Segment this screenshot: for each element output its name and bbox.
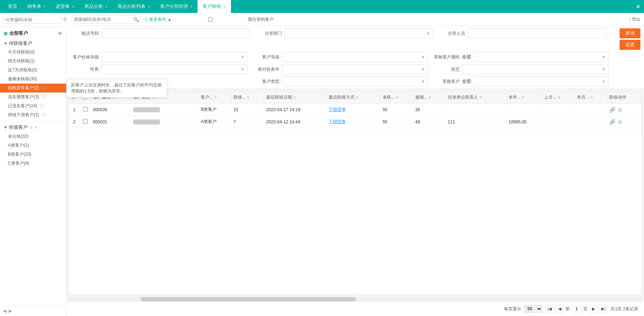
sort-this-year-icon[interactable]: ⇅ (522, 95, 525, 99)
row-unpaid: 50 (380, 104, 413, 116)
customer-type-select[interactable]: ▼ (282, 76, 428, 86)
horizontal-scrollbar[interactable] (69, 297, 642, 301)
page-input[interactable] (571, 305, 582, 312)
sidebar-search-input[interactable] (3, 16, 62, 24)
nav-customer-contact[interactable]: 客户联络 × (198, 0, 231, 13)
sidebar-right-arrow[interactable]: ▶ (9, 308, 12, 313)
row-last-method-link[interactable]: 下销货单 (329, 107, 346, 112)
scatter-attr-value: 全部 (462, 54, 471, 60)
sort-this-month-icon[interactable]: ⇅ (590, 95, 593, 99)
th-last-method: 最后联络方式 ⇅ (326, 91, 380, 104)
nav-customer-segmentation[interactable]: 客户分层经营 × (155, 0, 198, 13)
sort-last-method-icon[interactable]: ⇅ (356, 95, 358, 99)
nav-product-analysis[interactable]: 商品分析 × (79, 0, 112, 13)
window-close-button[interactable]: ✕ (636, 3, 640, 10)
status-label: 状态 (431, 66, 460, 72)
row-checkbox[interactable] (83, 107, 88, 112)
customer-level-select[interactable]: ▼ (282, 52, 428, 62)
per-page-select[interactable]: 50 100 200 (524, 305, 542, 313)
sidebar-repurchase-anomaly[interactable]: 回购异常客户(2) ⓘ (0, 84, 66, 93)
action-grid-icon[interactable]: ⊞ (618, 119, 622, 125)
close-sales-tab[interactable]: × (43, 4, 46, 9)
next-page-btn[interactable]: ▶ (589, 305, 598, 313)
settings-button[interactable]: 设置 (620, 40, 640, 50)
status-select[interactable]: ▼ (462, 64, 609, 74)
action-link-icon[interactable]: 🔗 (609, 107, 615, 113)
collapse-sidebar-btn[interactable]: ≫ (58, 31, 62, 36)
first-page-btn[interactable]: |◀ (545, 305, 554, 313)
scrollbar-thumb[interactable] (140, 297, 356, 301)
churned-info-icon[interactable]: ⓘ (40, 104, 44, 108)
nav-sales[interactable]: 销售单 × (22, 0, 51, 13)
sidebar-c-class[interactable]: C类客户(6) (0, 159, 66, 168)
sidebar-a-class[interactable]: A类客户(1) (0, 141, 66, 150)
sidebar-churn-warning[interactable]: 流失预警客户(3) ⓘ (0, 93, 66, 102)
declining-info-icon[interactable]: ⓘ (42, 113, 46, 117)
export-button[interactable]: ↑ 导出 (629, 16, 640, 23)
sidebar-left-arrow[interactable]: ◀ (3, 308, 6, 313)
scatter-attr-select[interactable]: ▼ (473, 52, 609, 62)
sidebar-today-pending[interactable]: 今天待联络(0) (0, 48, 66, 57)
th-past-contact: 往来单位联系人 ⇅ (445, 91, 506, 104)
churn-warning-info-icon[interactable]: ⓘ (42, 95, 46, 99)
sort-last-month-icon[interactable]: ⇅ (557, 95, 560, 99)
row-code: 000031 (91, 116, 131, 128)
sort-last-date-icon[interactable]: ⇅ (293, 95, 296, 99)
close-customer-contact-tab[interactable]: × (223, 4, 226, 9)
sort-past-contact-icon[interactable]: ⇅ (479, 95, 482, 99)
nav-purchase[interactable]: 进货单 × (51, 0, 79, 13)
sidebar-churned[interactable]: 已流失客户(24) ⓘ (0, 102, 66, 110)
action-link-icon[interactable]: 🔗 (609, 119, 615, 125)
value-refresh-icon[interactable]: ↻ (30, 125, 33, 130)
sidebar-tomorrow-pending[interactable]: 明天待联络(1) (0, 57, 66, 66)
search-input[interactable] (70, 15, 142, 24)
pending-group[interactable]: ▼ 待联络客户 (0, 38, 66, 48)
sort-overdue-icon[interactable]: ⇅ (428, 95, 431, 99)
close-product-analysis-tab[interactable]: × (105, 4, 107, 9)
sort-type-icon[interactable]: ⇅ (214, 95, 217, 99)
row-overdue: 48 (413, 116, 445, 128)
filter-search-icon[interactable]: 🔍 (133, 17, 139, 22)
row-last-method-link[interactable]: 下销货单 (329, 119, 346, 124)
row-checkbox[interactable] (83, 119, 88, 124)
total-record-label: 共1页 2条记录 (611, 306, 638, 312)
sidebar-week-pending[interactable]: 近7天待联络(0) (0, 66, 66, 75)
sidebar-b-class[interactable]: B类客户(33) (0, 150, 66, 159)
price-level-label: 客户价格等级 (70, 54, 99, 60)
th-unpaid: 未联... ⇅ (380, 91, 413, 104)
close-customer-segmentation-tab[interactable]: × (190, 4, 193, 9)
scatter-customer-select[interactable]: ▼ (473, 76, 609, 86)
dept-select[interactable]: ▼ (284, 28, 434, 38)
sidebar-bottom: ◀ ▶ (0, 305, 66, 316)
phone-input[interactable] (101, 28, 250, 38)
sidebar-overdue-pending[interactable]: 逾期未联络(30) (0, 75, 66, 84)
more-conditions-btn[interactable]: ▽ 更多条件 ▲ (145, 16, 172, 23)
sidebar-unclassified[interactable]: 未分组(32) (0, 132, 66, 141)
sidebar-search-icon[interactable]: 🔍 (63, 17, 66, 23)
value-group[interactable]: ▼ 价值客户 ↻ ✎ (0, 123, 66, 132)
nature-select[interactable]: ▼ (101, 64, 248, 74)
prev-page-btn[interactable]: ◀ (555, 305, 564, 313)
action-grid-icon[interactable]: ⊞ (618, 107, 622, 113)
nav-home[interactable]: 首页 (3, 0, 22, 13)
last-page-btn[interactable]: ▶| (599, 305, 608, 313)
my-customers-checkbox[interactable] (175, 17, 246, 22)
price-level-select[interactable]: ▼ (101, 52, 248, 62)
query-button[interactable]: 查询 (620, 28, 640, 38)
sort-contact-icon[interactable]: ⇅ (247, 95, 250, 99)
value-edit-icon[interactable]: ✎ (34, 125, 38, 130)
all-customers-header[interactable]: ⊞ 全部客户 ≫ (0, 28, 66, 38)
filter-icon: ▽ (145, 17, 148, 22)
row-type: B类客户 (199, 104, 231, 116)
payment-terms-select[interactable]: ▼ (282, 64, 428, 74)
close-purchase-tab[interactable]: × (72, 4, 74, 9)
nav-product-analysis-list[interactable]: 商品分析列表 × (112, 0, 155, 13)
repurchase-info-icon[interactable]: ⓘ (42, 86, 46, 90)
sidebar-declining[interactable]: 持续下滑客户(2) ⓘ (0, 110, 66, 119)
person-dots[interactable]: ··· (609, 30, 617, 37)
person-select[interactable] (467, 28, 607, 38)
close-product-analysis-list-tab[interactable]: × (148, 4, 150, 9)
row-code: 000039 (91, 104, 131, 116)
row-overdue: 35 (413, 104, 445, 116)
sort-unpaid-icon[interactable]: ⇅ (396, 95, 399, 99)
